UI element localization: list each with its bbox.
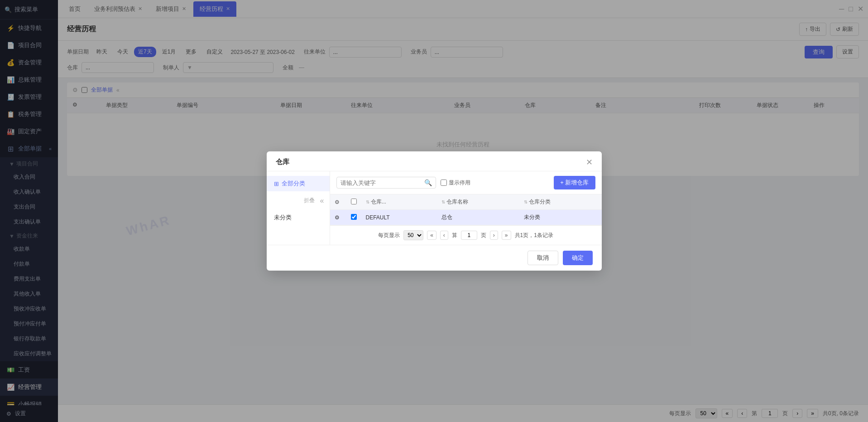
page-suffix-dialog: 页 [481, 232, 486, 239]
category-uncategorized-label: 未分类 [274, 213, 292, 222]
dialog-toolbar: 🔍 显示停用 + 新增仓库 [330, 171, 602, 194]
left-collapse-icon[interactable]: « [318, 195, 326, 207]
row-category: 未分类 [519, 210, 602, 225]
dialog-close-button[interactable]: ✕ [586, 158, 593, 166]
gear-icon: ⚙ [335, 199, 340, 205]
dialog-left-panel: ⊞ 全部分类 折叠 « 未分类 [267, 171, 330, 245]
row-code: DEFAULT [361, 210, 437, 225]
add-warehouse-button[interactable]: + 新增仓库 [554, 176, 595, 189]
dialog-header: 仓库 ✕ [267, 151, 602, 171]
th-code: ⇅ 仓库... [361, 194, 437, 210]
search-input[interactable] [340, 179, 424, 186]
th-name: ⇅ 仓库名称 [437, 194, 519, 210]
dialog-footer: 取消 确定 [267, 245, 602, 271]
category-uncategorized[interactable]: 未分类 [267, 210, 330, 225]
th-checkbox [346, 194, 361, 210]
search-icon: 🔍 [424, 179, 432, 186]
dialog-data-table: ⚙ ⇅ 仓库... ⇅ [330, 194, 602, 225]
category-all[interactable]: ⊞ 全部分类 [267, 176, 330, 191]
collapse-left-btn[interactable]: 折叠 [300, 193, 318, 208]
row-gear-icon: ⚙ [335, 214, 340, 221]
dialog-right-panel: 🔍 显示停用 + 新增仓库 ⚙ [330, 171, 602, 245]
row-select-checkbox[interactable] [351, 214, 357, 220]
th-category: ⇅ 仓库分类 [519, 194, 602, 210]
per-page-select-dialog[interactable]: 50 [403, 230, 423, 240]
prev-page-dialog[interactable]: ‹ [440, 231, 448, 240]
table-row[interactable]: ⚙ DEFAULT 总仓 未分类 [330, 210, 602, 225]
per-page-label-dialog: 每页显示 [378, 232, 400, 239]
last-page-dialog[interactable]: » [502, 231, 511, 240]
sort-icon-name: ⇅ [441, 199, 445, 204]
dialog-overlay: 仓库 ✕ ⊞ 全部分类 折叠 « 未分类 [0, 0, 868, 422]
first-page-dialog[interactable]: « [427, 231, 436, 240]
next-page-dialog[interactable]: › [490, 231, 498, 240]
show-disabled-text: 显示停用 [449, 179, 470, 187]
dialog-body: ⊞ 全部分类 折叠 « 未分类 🔍 [267, 171, 602, 245]
category-all-label: 全部分类 [282, 179, 305, 188]
page-word-dialog: 算 [452, 232, 457, 239]
sort-icon-category: ⇅ [524, 199, 528, 204]
grid-icon: ⊞ [274, 180, 279, 187]
sort-icon: ⇅ [366, 199, 369, 204]
cancel-button[interactable]: 取消 [528, 251, 558, 265]
show-disabled-label[interactable]: 显示停用 [441, 179, 470, 187]
dialog-title: 仓库 [276, 158, 289, 166]
row-name: 总仓 [437, 210, 519, 225]
warehouse-dialog: 仓库 ✕ ⊞ 全部分类 折叠 « 未分类 [267, 151, 602, 271]
current-page-dialog[interactable] [461, 231, 477, 240]
dialog-pagination: 每页显示 50 « ‹ 算 页 › » 共1页，1条记录 [330, 225, 602, 245]
row-settings[interactable]: ⚙ [330, 210, 346, 225]
th-settings: ⚙ [330, 194, 346, 210]
search-box[interactable]: 🔍 [336, 177, 436, 189]
confirm-button[interactable]: 确定 [563, 251, 593, 265]
show-disabled-checkbox[interactable] [441, 179, 447, 186]
total-info-dialog: 共1页，1条记录 [515, 232, 553, 239]
row-checkbox[interactable] [346, 210, 361, 225]
select-all-dialog[interactable] [351, 199, 357, 204]
